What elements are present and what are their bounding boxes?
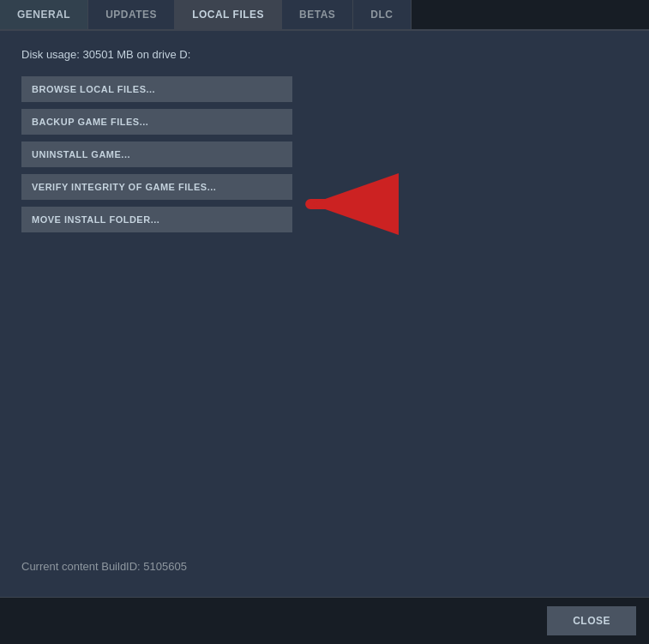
- browse-local-files-button[interactable]: BROWSE LOCAL FILES...: [21, 76, 292, 102]
- footer: CLOSE: [0, 597, 649, 644]
- tab-bar: GENERALUPDATESLOCAL FILESBETASDLC: [0, 0, 649, 31]
- tab-updates[interactable]: UPDATES: [88, 0, 175, 29]
- tab-dlc[interactable]: DLC: [353, 0, 411, 29]
- close-button[interactable]: CLOSE: [547, 606, 636, 635]
- tab-local-files[interactable]: LOCAL FILES: [175, 0, 282, 29]
- disk-usage-label: Disk usage: 30501 MB on drive D:: [21, 48, 628, 61]
- verify-integrity-button[interactable]: VERIFY INTEGRITY OF GAME FILES...: [21, 174, 292, 200]
- buttons-area: BROWSE LOCAL FILES...BACKUP GAME FILES..…: [21, 76, 628, 232]
- build-id-label: Current content BuildID: 5105605: [21, 560, 628, 573]
- move-install-folder-button[interactable]: MOVE INSTALL FOLDER...: [21, 207, 292, 232]
- arrow-annotation: [296, 170, 399, 238]
- main-content: Disk usage: 30501 MB on drive D: BROWSE …: [0, 31, 649, 597]
- backup-game-files-button[interactable]: BACKUP GAME FILES...: [21, 109, 292, 135]
- tab-general[interactable]: GENERAL: [0, 0, 88, 29]
- top-section: Disk usage: 30501 MB on drive D: BROWSE …: [21, 48, 628, 232]
- bottom-section: Current content BuildID: 5105605: [21, 560, 628, 573]
- tab-betas[interactable]: BETAS: [282, 0, 353, 29]
- uninstall-game-button[interactable]: UNINSTALL GAME...: [21, 141, 292, 167]
